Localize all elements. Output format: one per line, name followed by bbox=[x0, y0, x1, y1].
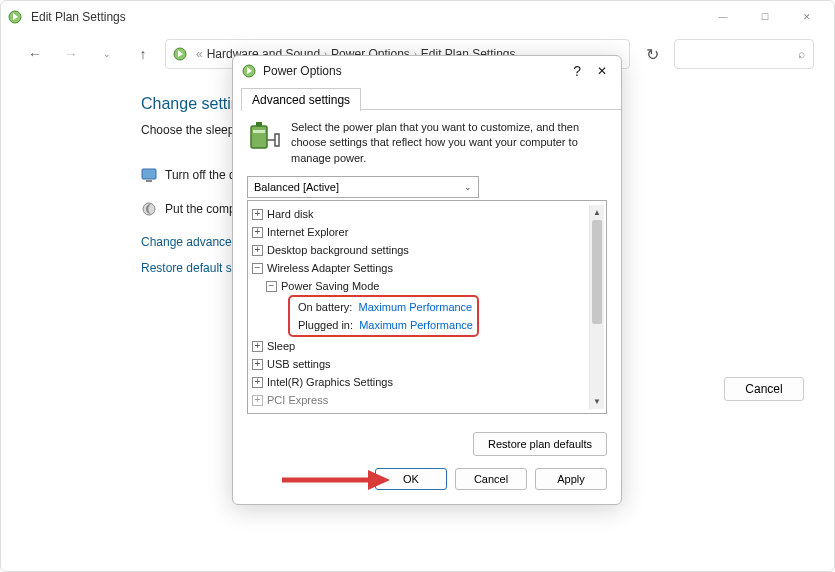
scroll-down-icon[interactable]: ▼ bbox=[590, 394, 604, 409]
scroll-thumb[interactable] bbox=[592, 220, 602, 324]
sleep-label: Put the compu bbox=[165, 202, 242, 216]
tree-internet-explorer[interactable]: Internet Explorer bbox=[267, 223, 348, 241]
search-icon: ⌕ bbox=[798, 47, 805, 61]
tree-wireless-adapter[interactable]: Wireless Adapter Settings bbox=[267, 259, 393, 277]
search-input[interactable]: ⌕ bbox=[674, 39, 814, 69]
minimize-button[interactable]: ― bbox=[702, 3, 744, 31]
power-plan-icon bbox=[7, 9, 23, 25]
collapse-toggle[interactable]: − bbox=[252, 263, 263, 274]
moon-icon bbox=[141, 201, 157, 217]
tab-advanced-settings[interactable]: Advanced settings bbox=[241, 88, 361, 111]
plan-dropdown-value: Balanced [Active] bbox=[254, 181, 339, 193]
up-button[interactable]: ↑ bbox=[129, 40, 157, 68]
expand-toggle[interactable]: + bbox=[252, 341, 263, 352]
refresh-button[interactable]: ↻ bbox=[638, 40, 666, 68]
svg-rect-6 bbox=[251, 126, 267, 148]
expand-toggle[interactable]: + bbox=[252, 227, 263, 238]
forward-button[interactable]: → bbox=[57, 40, 85, 68]
settings-tree: +Hard disk +Internet Explorer +Desktop b… bbox=[247, 200, 607, 414]
parent-cancel-button[interactable]: Cancel bbox=[724, 377, 804, 401]
power-options-dialog: Power Options ? ✕ Advanced settings Sele… bbox=[232, 55, 622, 505]
collapse-toggle[interactable]: − bbox=[266, 281, 277, 292]
highlight-annotation: On battery: Maximum Performance Plugged … bbox=[288, 295, 479, 337]
svg-rect-7 bbox=[256, 122, 262, 126]
tree-usb[interactable]: USB settings bbox=[267, 355, 331, 373]
ok-button[interactable]: OK bbox=[375, 468, 447, 490]
power-plan-icon bbox=[241, 63, 257, 79]
maximize-button[interactable]: ☐ bbox=[744, 3, 786, 31]
tree-power-saving-mode[interactable]: Power Saving Mode bbox=[281, 277, 379, 295]
svg-rect-2 bbox=[142, 169, 156, 179]
tree-desktop-bg[interactable]: Desktop background settings bbox=[267, 241, 409, 259]
display-icon bbox=[141, 167, 157, 183]
dialog-title-bar: Power Options ? ✕ bbox=[233, 56, 621, 87]
tree-pci-express[interactable]: PCI Express bbox=[267, 391, 328, 409]
parent-window-title: Edit Plan Settings bbox=[31, 10, 126, 24]
chevron-down-icon: ⌄ bbox=[464, 182, 472, 192]
tree-scrollbar[interactable]: ▲ ▼ bbox=[589, 205, 604, 409]
on-battery-label: On battery: bbox=[298, 298, 352, 316]
close-button[interactable]: ✕ bbox=[786, 3, 828, 31]
tree-hard-disk[interactable]: Hard disk bbox=[267, 205, 313, 223]
expand-toggle[interactable]: + bbox=[252, 359, 263, 370]
plugged-in-label: Plugged in: bbox=[298, 316, 353, 334]
help-button[interactable]: ? bbox=[573, 63, 581, 79]
tree-intel-graphics[interactable]: Intel(R) Graphics Settings bbox=[267, 373, 393, 391]
dialog-title: Power Options bbox=[263, 64, 342, 78]
plugged-in-value[interactable]: Maximum Performance bbox=[359, 316, 473, 334]
expand-toggle[interactable]: + bbox=[252, 209, 263, 220]
plan-dropdown[interactable]: Balanced [Active] ⌄ bbox=[247, 176, 479, 198]
dialog-close-button[interactable]: ✕ bbox=[597, 64, 607, 78]
svg-rect-8 bbox=[253, 130, 265, 133]
cancel-button[interactable]: Cancel bbox=[455, 468, 527, 490]
recent-dropdown[interactable]: ⌄ bbox=[93, 40, 121, 68]
restore-plan-defaults-button[interactable]: Restore plan defaults bbox=[473, 432, 607, 456]
svg-rect-3 bbox=[146, 180, 152, 182]
dialog-description: Select the power plan that you want to c… bbox=[291, 120, 607, 166]
expand-toggle[interactable]: + bbox=[252, 377, 263, 388]
apply-button[interactable]: Apply bbox=[535, 468, 607, 490]
scroll-up-icon[interactable]: ▲ bbox=[590, 205, 604, 220]
on-battery-value[interactable]: Maximum Performance bbox=[359, 298, 473, 316]
parent-title-bar: Edit Plan Settings ― ☐ ✕ bbox=[1, 1, 834, 33]
battery-plug-icon bbox=[247, 120, 281, 154]
tree-sleep[interactable]: Sleep bbox=[267, 337, 295, 355]
back-button[interactable]: ← bbox=[21, 40, 49, 68]
power-plan-icon bbox=[172, 46, 188, 62]
expand-toggle[interactable]: + bbox=[252, 395, 263, 406]
expand-toggle[interactable]: + bbox=[252, 245, 263, 256]
